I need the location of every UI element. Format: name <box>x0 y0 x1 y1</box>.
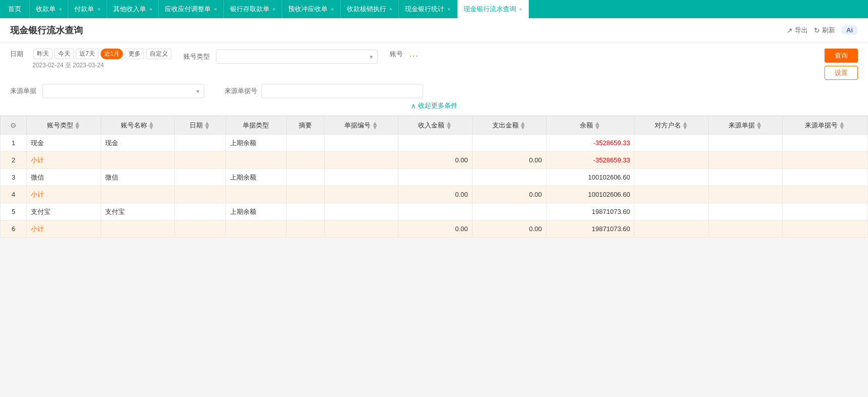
nav-tab[interactable]: 收款单× <box>30 0 68 18</box>
ai-button[interactable]: Ai <box>841 25 858 35</box>
date-btn[interactable]: 今天 <box>55 49 74 59</box>
cell-doc_no <box>325 169 398 186</box>
nav-tab[interactable]: 银行存取款单× <box>224 0 282 18</box>
table-header-account_type[interactable]: 账号类型▲▼ <box>27 116 101 135</box>
date-btn[interactable]: 近7天 <box>76 49 99 59</box>
date-btn[interactable]: 近1月 <box>101 49 123 59</box>
close-tab-icon[interactable]: × <box>214 6 217 12</box>
cell-source_doc_no <box>782 220 867 238</box>
cell-balance: 19871073.60 <box>546 203 634 220</box>
close-tab-icon[interactable]: × <box>272 6 276 12</box>
settings-button[interactable]: 设置 <box>825 66 858 80</box>
cell-doc_no <box>325 135 398 152</box>
date-btn[interactable]: 更多 <box>125 49 144 59</box>
cell-account_name <box>101 152 174 169</box>
table-row: 1现金现金上期余额-3528659.33 <box>1 135 868 152</box>
cell-summary <box>287 220 325 238</box>
export-button[interactable]: ↗ 导出 <box>787 26 808 35</box>
source-doc-filter-group: 来源单据 ▾ <box>10 84 204 98</box>
nav-tab[interactable]: 付款单× <box>68 0 107 18</box>
nav-tab[interactable]: 现金银行统计× <box>399 0 457 18</box>
top-nav: 首页 收款单×付款单×其他收入单×应收应付调整单×银行存取款单×预收冲应收单×收… <box>0 0 868 18</box>
main-table: ⚙账号类型▲▼账号名称▲▼日期▲▼单据类型摘要单据编号▲▼收入金额▲▼支出金额▲… <box>0 116 868 238</box>
page-title: 现金银行流水查询 <box>10 24 83 36</box>
cell-account_name <box>101 220 174 238</box>
account-type-select[interactable]: ▾ <box>216 50 378 64</box>
export-icon: ↗ <box>787 26 793 34</box>
date-btn[interactable]: 昨天 <box>33 49 53 59</box>
cell-source_doc <box>708 186 782 203</box>
nav-tab[interactable]: 应收应付调整单× <box>159 0 223 18</box>
cell-balance: -3528659.33 <box>546 152 634 169</box>
cell-date <box>174 135 225 152</box>
nav-tab[interactable]: 其他收入单× <box>107 0 159 18</box>
source-doc-select[interactable]: ▾ <box>42 84 204 98</box>
close-tab-icon[interactable]: × <box>389 6 392 12</box>
cell-source_doc_no <box>782 186 867 203</box>
nav-tab[interactable]: 收款核销执行× <box>341 0 399 18</box>
cell-account_type: 支付宝 <box>27 203 101 220</box>
table-row: 5支付宝支付宝上期余额19871073.60 <box>1 203 868 220</box>
table-header-expense[interactable]: 支出金额▲▼ <box>472 116 546 135</box>
cell-income: 0.00 <box>398 186 472 203</box>
refresh-button[interactable]: ↻ 刷新 <box>814 26 835 35</box>
account-label: 账号 <box>390 50 405 59</box>
source-doc-no-filter-group: 来源单据号 <box>224 84 423 98</box>
gear-icon[interactable]: ⚙ <box>10 121 17 129</box>
table-header-account_name[interactable]: 账号名称▲▼ <box>101 116 174 135</box>
table-header-counterparty[interactable]: 对方户名▲▼ <box>634 116 708 135</box>
sort-icon: ▲▼ <box>682 121 689 129</box>
cell-source_doc_no <box>782 152 867 169</box>
table-header-income[interactable]: 收入金额▲▼ <box>398 116 472 135</box>
nav-tab[interactable]: 现金银行流水查询× <box>458 0 529 18</box>
close-tab-icon[interactable]: × <box>97 6 100 12</box>
account-filter-group: 账号 ... <box>390 50 419 59</box>
cell-expense: 0.00 <box>472 220 546 238</box>
close-tab-icon[interactable]: × <box>447 6 450 12</box>
source-doc-no-input[interactable] <box>266 87 419 95</box>
cell-doc_no <box>325 152 398 169</box>
cell-income <box>398 203 472 220</box>
close-tab-icon[interactable]: × <box>519 6 522 12</box>
table-header-date[interactable]: 日期▲▼ <box>174 116 225 135</box>
cell-expense <box>472 203 546 220</box>
cell-no: 5 <box>1 203 27 220</box>
cell-summary <box>287 186 325 203</box>
account-dots[interactable]: ... <box>409 50 419 59</box>
close-tab-icon[interactable]: × <box>149 6 152 12</box>
nav-tab-label: 其他收入单 <box>113 5 146 14</box>
sort-icon: ▲▼ <box>520 121 526 129</box>
sort-icon: ▲▼ <box>372 121 378 129</box>
cell-balance: 19871073.60 <box>546 220 634 238</box>
collapse-btn[interactable]: ∧ 收起更多条件 <box>10 101 858 110</box>
cell-doc_no <box>325 186 398 203</box>
nav-tab-label: 银行存取款单 <box>230 5 269 14</box>
table-header-source_doc[interactable]: 来源单据▲▼ <box>708 116 782 135</box>
table-header-source_doc_no[interactable]: 来源单据号▲▼ <box>782 116 867 135</box>
date-btn[interactable]: 自定义 <box>146 49 171 59</box>
cell-source_doc_no <box>782 203 867 220</box>
source-doc-no-label: 来源单据号 <box>224 86 257 96</box>
query-button[interactable]: 查询 <box>825 49 858 63</box>
cell-doc_type: 上期余额 <box>225 203 286 220</box>
cell-doc_no <box>325 203 398 220</box>
table-row: 3微信微信上期余额100102606.60 <box>1 169 868 186</box>
cell-account_type: 小计 <box>27 152 101 169</box>
nav-tab-label: 付款单 <box>74 5 94 14</box>
table-header-balance[interactable]: 余额▲▼ <box>546 116 634 135</box>
cell-doc_type: 上期余额 <box>225 169 286 186</box>
header-actions: ↗ 导出 ↻ 刷新 Ai <box>787 25 858 35</box>
cell-no: 2 <box>1 152 27 169</box>
close-tab-icon[interactable]: × <box>59 6 62 12</box>
table-row: 2小计0.000.00-3528659.33 <box>1 152 868 169</box>
nav-tab-label: 现金银行统计 <box>405 5 444 14</box>
cell-doc_type <box>225 186 286 203</box>
nav-home[interactable]: 首页 <box>0 0 30 18</box>
collapse-up-icon: ∧ <box>411 102 416 110</box>
close-tab-icon[interactable]: × <box>331 6 334 12</box>
table-header-doc_no[interactable]: 单据编号▲▼ <box>325 116 398 135</box>
nav-tab[interactable]: 预收冲应收单× <box>282 0 340 18</box>
cell-account_type: 小计 <box>27 220 101 238</box>
cell-source_doc <box>708 220 782 238</box>
cell-source_doc <box>708 152 782 169</box>
